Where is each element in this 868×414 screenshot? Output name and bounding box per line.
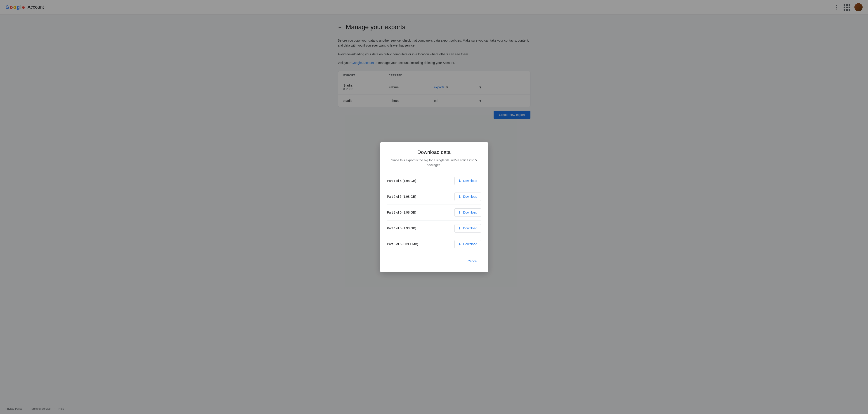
part-3-label: Part 3 of 5 (1.98 GB) <box>387 211 416 214</box>
download-icon: ⬇ <box>458 179 461 183</box>
download-icon: ⬇ <box>458 242 461 246</box>
download-dialog: Download data Since this export is too b… <box>380 142 488 272</box>
download-part-1-button[interactable]: ⬇ Download <box>455 177 481 185</box>
download-part-3: Part 3 of 5 (1.98 GB) ⬇ Download <box>387 205 481 221</box>
download-icon: ⬇ <box>458 211 461 215</box>
download-part-4-button[interactable]: ⬇ Download <box>455 224 481 232</box>
download-part-1: Part 1 of 5 (1.98 GB) ⬇ Download <box>387 173 481 189</box>
cancel-button[interactable]: Cancel <box>464 258 481 265</box>
download-part-2: Part 2 of 5 (1.98 GB) ⬇ Download <box>387 189 481 205</box>
download-part-5-button[interactable]: ⬇ Download <box>455 240 481 248</box>
dialog-footer: Cancel <box>387 256 481 265</box>
dialog-title: Download data <box>387 149 481 155</box>
download-part-4: Part 4 of 5 (1.93 GB) ⬇ Download <box>387 221 481 236</box>
dialog-subtitle: Since this export is too big for a singl… <box>387 158 481 167</box>
download-part-2-button[interactable]: ⬇ Download <box>455 193 481 201</box>
download-part-3-button[interactable]: ⬇ Download <box>455 209 481 217</box>
part-5-label: Part 5 of 5 (339.1 MB) <box>387 242 418 246</box>
download-icon: ⬇ <box>458 195 461 199</box>
part-2-label: Part 2 of 5 (1.98 GB) <box>387 195 416 198</box>
download-part-5: Part 5 of 5 (339.1 MB) ⬇ Download <box>387 236 481 252</box>
modal-overlay: Download data Since this export is too b… <box>0 0 868 414</box>
part-4-label: Part 4 of 5 (1.93 GB) <box>387 226 416 230</box>
part-1-label: Part 1 of 5 (1.98 GB) <box>387 179 416 183</box>
download-icon: ⬇ <box>458 226 461 230</box>
